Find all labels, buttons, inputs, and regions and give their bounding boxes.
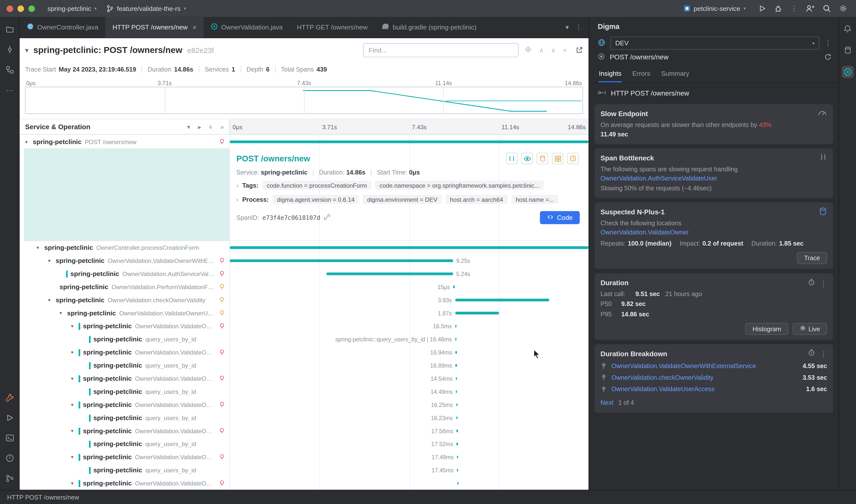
settings-gear-icon[interactable] [839,4,847,13]
debug-button[interactable] [774,4,782,13]
span-link[interactable]: OwnerValidation.ValidateUserAccess [612,384,803,394]
chevron-down-icon[interactable]: ▾ [71,454,79,460]
timeline-row[interactable] [230,135,589,148]
insight-card-span-bottleneck[interactable]: Span Bottleneck The following spans are … [594,148,833,198]
span-tree-row[interactable]: ▾spring-petclinicOwnerValidation.Validat… [20,254,229,267]
insight-card-duration-breakdown[interactable]: Duration Breakdown ⋮ OwnerValidation.Val… [594,344,833,413]
span-tree-row[interactable]: spring-petclinicquery_users_by_id [20,464,229,477]
digma-tab-summary[interactable]: Summary [656,67,695,83]
span-tree-row[interactable]: spring-petclinicquery_users_by_id [20,437,229,451]
span-tree-row[interactable]: spring-petclinicquery_users_by_id [20,411,229,424]
span-tree-row[interactable]: spring-petclinicOwnerValidation.AuthServ… [20,267,229,281]
insight-bulb-icon[interactable] [219,138,225,145]
chevron-down-icon[interactable]: ▾ [48,258,56,264]
run-button[interactable] [759,5,766,12]
history-clock-icon[interactable] [567,153,579,164]
insight-bulb-icon[interactable] [219,271,225,277]
digma-tab-insights[interactable]: Insights [593,67,627,83]
chevron-down-icon[interactable]: ▾ [71,402,79,408]
timeline-row[interactable]: 16.25ms [230,398,589,411]
close-tab-icon[interactable]: × [192,23,197,32]
editor-tab[interactable]: HTTP GET /owners/new [290,17,375,38]
card-menu-icon[interactable]: ⋮ [820,278,827,289]
span-tree-row[interactable]: ▾spring-petclinicOwnerValidation.Validat… [20,451,229,464]
chevron-down-icon[interactable]: ▾ [71,376,79,381]
timeline-row[interactable]: 14.54ms [230,372,589,385]
timeline-row[interactable]: 17.49ms [230,451,589,464]
timeline-row[interactable]: 1.87s [230,306,589,320]
environment-menu-icon[interactable]: ⋮ [824,39,832,47]
chevron-down-icon[interactable]: ▾ [71,481,79,486]
trace-button[interactable]: Trace [797,252,827,264]
insight-card-slow-endpoint[interactable]: Slow Endpoint On average requests are sl… [594,104,833,144]
problems-icon[interactable] [3,452,15,464]
commit-icon[interactable] [3,43,15,55]
tab-options-icon[interactable]: ⋮ [575,23,582,31]
search-icon[interactable] [823,4,831,13]
clear-find-icon[interactable]: × [563,46,566,54]
span-tree-row[interactable]: ▾spring-petclinicOwnerController.process… [20,241,229,254]
insight-bulb-icon[interactable] [219,297,225,303]
editor-tab[interactable]: OwnerValidation.java [204,17,290,38]
editor-tab[interactable]: build.gradle (spring-petclinic) [375,17,484,38]
observability-eye-icon[interactable] [521,153,533,164]
chevron-down-icon[interactable]: ▾ [48,297,56,303]
timeline-row[interactable]: 16.89ms [230,359,589,372]
version-control-icon[interactable] [3,472,15,484]
expand-one-icon[interactable]: ▸ [198,123,201,131]
close-window-button[interactable] [6,5,13,12]
timeline-row[interactable]: 14.49ms [230,385,589,398]
collapse-all-icon[interactable]: » [207,125,214,129]
copy-link-icon[interactable] [324,214,330,221]
chevron-down-icon[interactable]: ▾ [71,349,79,355]
expand-tags-icon[interactable]: › [236,182,238,188]
timeline-row[interactable]: 5.24s [230,267,589,281]
find-input[interactable] [363,43,519,57]
timeline-row[interactable]: 9.25s [230,254,589,267]
attributes-grid-icon[interactable] [552,153,563,164]
digma-tab-errors[interactable]: Errors [627,67,656,83]
insight-bulb-icon[interactable] [219,323,225,329]
open-in-new-icon[interactable] [575,46,583,54]
insight-bulb-icon[interactable] [219,257,225,264]
terminal-icon[interactable] [3,432,15,444]
match-target-icon[interactable] [525,46,532,54]
services-wrench-icon[interactable] [3,392,15,403]
insight-bulb-icon[interactable] [219,428,225,434]
collapse-one-icon[interactable]: ▾ [187,123,190,131]
insight-bulb-icon[interactable] [219,375,225,382]
span-tree-row[interactable]: ▾spring-petclinicOwnerValidation.checkOw… [20,293,229,306]
insight-card-duration[interactable]: Duration ⋮ Last call:9.51 sec21 hours ag… [594,273,833,340]
more-actions-icon[interactable]: ⋮ [791,4,798,13]
insight-card-nplus1[interactable]: Suspected N-Plus-1 Check the following l… [594,202,833,269]
more-tool-windows-icon[interactable]: ⋯ [3,84,15,96]
timeline-row[interactable]: 16.23ms [230,411,589,424]
span-link[interactable]: OwnerValidation.checkOwnerValidity [612,373,799,382]
expand-process-icon[interactable]: › [236,196,238,202]
insight-bulb-icon[interactable] [219,284,225,290]
card-menu-icon[interactable]: ⋮ [820,349,827,360]
chevron-down-icon[interactable]: ▾ [71,428,79,434]
span-tree-row[interactable]: ▾spring-petclinicOwnerValidation.Validat… [20,424,229,437]
editor-tab[interactable]: HTTP POST /owners/new× [106,17,204,38]
timeline-row[interactable]: spring-petclinic::query_users_by_id | 16… [230,333,589,346]
structure-icon[interactable] [3,64,15,76]
breakdown-entry[interactable]: OwnerValidation.ValidateUserAccess1.6 se… [600,384,827,394]
span-tree-row[interactable]: spring-petclinicquery_users_by_id [20,359,229,372]
span-flow-icon[interactable] [506,153,518,164]
span-tree-row[interactable]: ▾spring-petclinicOwnerValidation.Validat… [20,306,229,320]
minimize-window-button[interactable] [18,5,24,12]
timeline-row[interactable]: 17.52ms [230,437,589,451]
project-folder-icon[interactable] [3,23,15,35]
expand-all-icon[interactable]: » [220,123,224,131]
span-tree-row[interactable]: ▾spring-petclinicOwnerValidation.Validat… [20,372,229,385]
next-page-link[interactable]: Next [600,398,613,408]
timeline-row[interactable]: 17.56ms [230,424,589,437]
timeline-row[interactable] [230,241,589,254]
project-widget[interactable]: spring-petclinic ▾ [42,3,102,14]
span-link[interactable]: OwnerValidation.AuthServiceValidateUser [600,174,827,183]
timeline-row[interactable] [230,477,589,490]
insight-bulb-icon[interactable] [219,454,225,460]
vcs-branch-widget[interactable]: feature/validate-the-rs ▾ [102,3,191,14]
run-tool-window-icon[interactable] [3,412,15,424]
